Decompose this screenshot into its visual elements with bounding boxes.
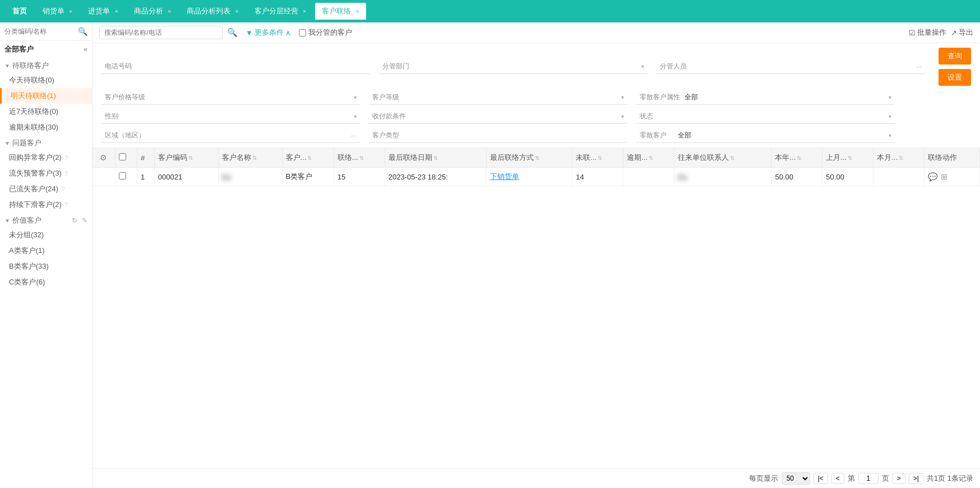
th-last-contact-date[interactable]: 最后联络日期⇅ — [385, 148, 486, 168]
nav-customer-layered[interactable]: 客户分层经营 × — [248, 3, 313, 20]
action-contact-icon[interactable]: 💬 — [928, 172, 937, 181]
sidebar-week-contact[interactable]: 近7天待联络(0) — [0, 104, 92, 119]
batch-ops-button[interactable]: ☑ 批量操作 — [909, 27, 946, 38]
sidebar-lost-risk[interactable]: 流失预警客户(3) ? — [0, 165, 92, 181]
region-dots-icon[interactable]: ··· — [351, 132, 357, 140]
retail-attr-label: 零散客户属性 — [640, 93, 680, 102]
select-all-checkbox[interactable] — [119, 153, 126, 160]
lost-risk-help-icon[interactable]: ? — [64, 170, 68, 177]
th-overdue[interactable]: 逾期...⇅ — [623, 148, 674, 168]
type-sort-icon[interactable]: ⇅ — [307, 155, 312, 161]
repurchase-anomaly-help-icon[interactable]: ? — [64, 154, 68, 161]
row-last-method-link[interactable]: 下销货单 — [490, 172, 519, 181]
price-level-dropdown-icon[interactable]: ▾ — [354, 94, 357, 100]
code-sort-icon[interactable]: ⇅ — [188, 155, 193, 161]
sidebar-tomorrow-contact[interactable]: 明天待联络(1) — [0, 88, 92, 104]
nav-sales-order-close[interactable]: × — [69, 8, 72, 15]
this-month-sort-icon[interactable]: ⇅ — [899, 155, 903, 161]
unit-contact-sort-icon[interactable]: ⇅ — [730, 155, 734, 161]
action-more-icon[interactable]: ⊞ — [941, 172, 947, 181]
sidebar-continuous-decline[interactable]: 持续下滑客户(2) ? — [0, 197, 92, 213]
overdue-sort-icon[interactable]: ⇅ — [649, 155, 653, 161]
this-year-sort-icon[interactable]: ⇅ — [797, 155, 801, 161]
value-customers-edit-icon[interactable]: ✎ — [82, 217, 87, 224]
filter-gender: 性别 ▾ — [101, 109, 360, 124]
sidebar-search-icon[interactable]: 🔍 — [78, 27, 87, 36]
continuous-decline-help-icon[interactable]: ? — [64, 201, 68, 208]
last-method-sort-icon[interactable]: ⇅ — [535, 155, 539, 161]
first-page-button[interactable]: |< — [813, 473, 828, 484]
sidebar-search-input[interactable] — [4, 27, 76, 35]
row-last-date-cell: 2023-05-23 18:25: — [385, 168, 486, 186]
more-conditions-button[interactable]: ▼ 更多条件 ∧ — [242, 26, 294, 39]
customer-level-dropdown-icon[interactable]: ▾ — [621, 94, 624, 100]
my-customers-checkbox[interactable] — [299, 29, 306, 36]
sidebar-class-c[interactable]: C类客户(6) — [0, 274, 92, 290]
reset-button[interactable]: 设置 — [939, 69, 971, 86]
column-gear-icon[interactable]: ⚙ — [100, 153, 107, 162]
row-checkbox[interactable] — [119, 172, 126, 179]
payment-dropdown-icon[interactable]: ▾ — [621, 113, 624, 119]
page-input[interactable] — [858, 473, 879, 484]
query-button[interactable]: 查询 — [939, 48, 971, 65]
nav-sales-order[interactable]: 销货单 × — [36, 3, 79, 20]
sidebar-class-a[interactable]: A类客户(1) — [0, 243, 92, 259]
last-month-sort-icon[interactable]: ⇅ — [848, 155, 852, 161]
nav-purchase-order[interactable]: 进货单 × — [81, 3, 124, 20]
nav-customer-contact-close[interactable]: × — [355, 8, 359, 15]
name-sort-icon[interactable]: ⇅ — [252, 155, 257, 161]
nav-product-analysis[interactable]: 商品分析 × — [127, 3, 178, 20]
sidebar-repurchase-anomaly[interactable]: 回购异常客户(2) ? — [0, 150, 92, 165]
th-this-month[interactable]: 本月...⇅ — [873, 148, 924, 168]
th-not-contacted[interactable]: 未联...⇅ — [572, 148, 623, 168]
nav-product-analysis-close[interactable]: × — [168, 8, 171, 15]
th-type[interactable]: 客户...⇅ — [282, 148, 334, 168]
last-date-sort-icon[interactable]: ⇅ — [433, 155, 438, 161]
dept-dropdown-icon[interactable]: ▾ — [641, 63, 644, 70]
th-name[interactable]: 客户名称⇅ — [218, 148, 282, 168]
value-customers-refresh-icon[interactable]: ↻ — [72, 217, 77, 224]
th-last-month[interactable]: 上月...⇅ — [822, 148, 873, 168]
export-button[interactable]: ↗ 导出 — [951, 27, 973, 38]
row-unit-contact-cell: Ea — [674, 168, 771, 186]
row-action-cell: 💬 ⊞ — [924, 168, 980, 186]
last-page-button[interactable]: >| — [909, 473, 923, 484]
content-area: 🔍 ▼ 更多条件 ∧ 我分管的客户 ☑ 批量操作 ↗ 导出 — [93, 22, 980, 488]
contact-sort-icon[interactable]: ⇅ — [359, 155, 364, 161]
retail-customer-dropdown-icon[interactable]: ▾ — [889, 132, 891, 139]
already-lost-help-icon[interactable]: ? — [61, 186, 64, 192]
nav-customer-layered-close[interactable]: × — [303, 8, 306, 15]
gender-dropdown-icon[interactable]: ▾ — [354, 113, 357, 119]
filter-search-icon[interactable]: 🔍 — [227, 27, 238, 38]
retail-attr-dropdown-icon[interactable]: ▾ — [889, 94, 891, 100]
nav-customer-contact-label: 客户联络 — [322, 6, 351, 16]
nav-customer-contact[interactable]: 客户联络 × — [315, 3, 366, 20]
th-unit-contact[interactable]: 往来单位联系人⇅ — [674, 148, 771, 168]
next-page-button[interactable]: > — [893, 473, 905, 484]
th-last-contact-method[interactable]: 最后联络方式⇅ — [486, 148, 572, 168]
sidebar-class-b[interactable]: B类客户(33) — [0, 259, 92, 274]
per-page-select[interactable]: 50 10 20 100 — [782, 472, 810, 485]
th-gear[interactable]: ⚙ — [93, 148, 115, 168]
th-contact[interactable]: 联络...⇅ — [334, 148, 385, 168]
not-contacted-sort-icon[interactable]: ⇅ — [598, 155, 602, 161]
nav-home[interactable]: 首页 — [6, 3, 34, 20]
th-code[interactable]: 客户编码⇅ — [154, 148, 218, 168]
nav-purchase-order-close[interactable]: × — [114, 8, 118, 15]
sidebar-ungrouped[interactable]: 未分组(32) — [0, 227, 92, 243]
problem-customers-group: ▼ 问题客户 — [0, 135, 92, 150]
top-navigation: 首页 销货单 × 进货单 × 商品分析 × 商品分析列表 × 客户分层经营 × … — [0, 0, 980, 22]
sidebar-today-contact[interactable]: 今天待联络(0) — [0, 72, 92, 88]
th-last-contact-date-label: 最后联络日期 — [389, 153, 432, 162]
sidebar-collapse-icon[interactable]: « — [84, 45, 87, 53]
th-this-year[interactable]: 本年...⇅ — [771, 148, 822, 168]
nav-product-analysis-list[interactable]: 商品分析列表 × — [180, 3, 245, 20]
sidebar-already-lost[interactable]: 已流失客户(24) ? — [0, 181, 92, 197]
nav-product-analysis-list-close[interactable]: × — [235, 8, 238, 15]
sidebar-overdue-contact[interactable]: 逾期未联络(30) — [0, 119, 92, 135]
filter-search-input[interactable] — [99, 26, 223, 39]
status-dropdown-icon[interactable]: ▾ — [889, 113, 891, 119]
class-b-label: B类客户(33) — [9, 262, 49, 270]
manager-dots-icon[interactable]: ··· — [916, 63, 922, 71]
prev-page-button[interactable]: < — [831, 473, 844, 484]
